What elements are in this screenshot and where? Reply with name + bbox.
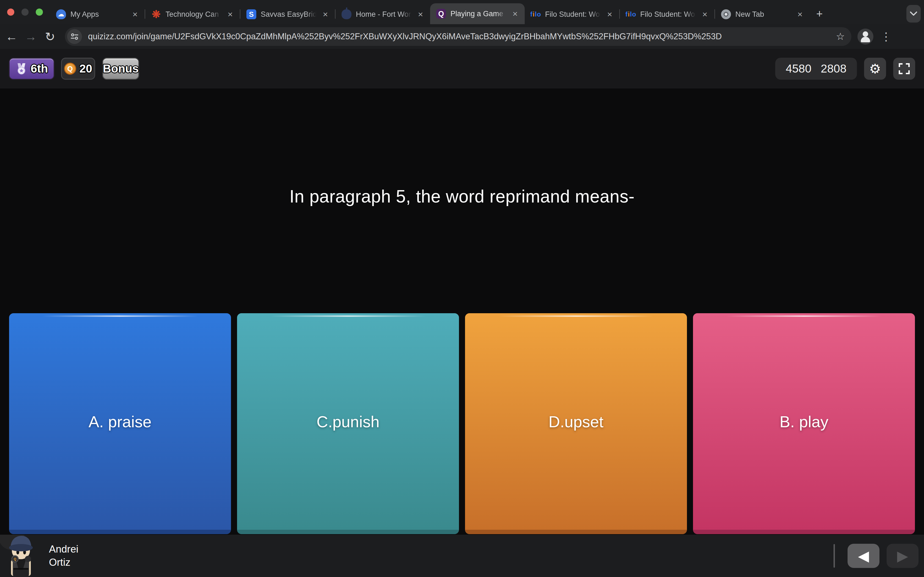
avatar-character-icon: Q — [0, 535, 41, 577]
close-icon[interactable]: × — [700, 10, 709, 19]
quizizz-icon: Q — [436, 9, 446, 19]
settings-button[interactable]: ⚙ — [864, 58, 886, 80]
tune-icon — [70, 32, 79, 41]
score-display: 4580 2808 — [775, 58, 857, 80]
browser-toolbar: ← → ↻ quizizz.com/join/game/U2FsdGVkX19c… — [0, 24, 924, 49]
tab-technology-can-be[interactable]: ❋ Technology Can Be × — [145, 5, 240, 24]
bookmark-star-icon[interactable]: ☆ — [836, 31, 845, 42]
apple-icon — [342, 9, 351, 19]
coins-badge: Q 20 — [61, 58, 95, 80]
close-icon[interactable]: × — [510, 9, 520, 18]
back-icon[interactable]: ← — [4, 29, 19, 44]
rank-label: 6th — [31, 62, 48, 75]
svg-text:Q: Q — [14, 557, 16, 561]
game-bottom-bar: Q Andrei Ortiz ◀ ▶ — [0, 535, 924, 577]
filo-icon: filo — [626, 9, 636, 19]
tab-filo-student-2[interactable]: filo Filo Student: World' × — [620, 5, 714, 24]
tab-new-tab[interactable]: New Tab × — [715, 5, 809, 24]
coins-count: 20 — [79, 62, 92, 75]
answer-label: B. play — [780, 413, 828, 431]
divider — [834, 544, 835, 568]
game-header-right: 4580 2808 ⚙ — [775, 58, 915, 80]
coin-icon: Q — [64, 63, 76, 75]
player-first-name: Andrei — [49, 543, 78, 556]
next-question-button[interactable]: ▶ — [887, 544, 919, 568]
tab-title: My Apps — [70, 10, 126, 19]
quizizz-game-area: 6th Q 20 Bonus 4580 2808 ⚙ In paragraph … — [0, 49, 924, 577]
question-text: In paragraph 5, the word reprimand means… — [0, 186, 924, 206]
score-right: 2808 — [821, 62, 846, 75]
chrome-icon — [721, 9, 731, 19]
tab-filo-student-1[interactable]: filo Filo Student: World' × — [525, 5, 619, 24]
close-icon[interactable]: × — [130, 10, 140, 19]
player-avatar: Q — [0, 535, 41, 577]
profile-avatar-button[interactable] — [858, 29, 873, 45]
fullscreen-icon — [899, 63, 910, 74]
tab-title: New Tab — [735, 10, 791, 19]
close-icon[interactable]: × — [416, 10, 425, 19]
score-left: 4580 — [786, 62, 811, 75]
new-tab-button[interactable]: + — [811, 5, 828, 22]
url-text[interactable]: quizizz.com/join/game/U2FsdGVkX19c0CpaZd… — [88, 32, 836, 42]
minimize-window-button[interactable] — [21, 8, 29, 16]
bonus-badge: Bonus — [102, 58, 139, 80]
window-controls — [0, 0, 50, 24]
answer-card-a-praise[interactable]: A. praise — [9, 313, 231, 534]
previous-triangle-icon: ◀ — [858, 548, 869, 564]
filo-icon: filo — [531, 9, 541, 19]
address-bar[interactable]: quizizz.com/join/game/U2FsdGVkX19c0CpaZd… — [65, 27, 851, 46]
tab-title: Filo Student: World' — [640, 10, 696, 19]
tab-playing-a-game-active[interactable]: Q Playing a Game - Qu × — [430, 3, 525, 24]
tab-title: Technology Can Be — [166, 10, 221, 19]
rank-badge: 6th — [9, 58, 55, 80]
tab-search-button[interactable] — [906, 5, 921, 23]
tab-title: Home - Fort Worth I — [356, 10, 411, 19]
medal-icon — [15, 63, 27, 75]
previous-question-button[interactable]: ◀ — [848, 544, 879, 568]
close-window-button[interactable] — [7, 8, 14, 16]
tab-savvas-easybridge[interactable]: S Savvas EasyBridge × — [240, 5, 335, 24]
canvas-icon: ❋ — [151, 9, 161, 19]
tab-title: Filo Student: World' — [545, 10, 601, 19]
savvas-icon: S — [246, 9, 256, 19]
cloud-icon: ☁ — [56, 9, 66, 19]
close-icon[interactable]: × — [321, 10, 330, 19]
answer-options: A. praise C.punish D.upset B. play — [0, 313, 924, 534]
answer-label: D.upset — [549, 413, 604, 431]
close-icon[interactable]: × — [226, 10, 235, 19]
tab-strip: ☁ My Apps × ❋ Technology Can Be × S Savv… — [0, 0, 924, 24]
close-icon[interactable]: × — [605, 10, 614, 19]
answer-label: C.punish — [317, 413, 380, 431]
tabs: ☁ My Apps × ❋ Technology Can Be × S Savv… — [50, 0, 809, 24]
site-settings-icon[interactable] — [67, 29, 82, 44]
gear-icon: ⚙ — [869, 61, 881, 76]
fullscreen-button[interactable] — [893, 58, 915, 80]
close-icon[interactable]: × — [795, 10, 804, 19]
answer-label: A. praise — [89, 413, 152, 431]
tab-home-fort-worth[interactable]: Home - Fort Worth I × — [336, 5, 430, 24]
answer-card-c-punish[interactable]: C.punish — [237, 313, 459, 534]
tab-my-apps[interactable]: ☁ My Apps × — [50, 5, 145, 24]
tab-title: Playing a Game - Qu — [451, 10, 506, 18]
player-name: Andrei Ortiz — [49, 543, 78, 569]
answer-card-b-play[interactable]: B. play — [693, 313, 915, 534]
game-header: 6th Q 20 Bonus 4580 2808 ⚙ — [0, 49, 924, 89]
player-last-name: Ortiz — [49, 556, 78, 569]
next-triangle-icon: ▶ — [897, 548, 908, 564]
answer-card-d-upset[interactable]: D.upset — [465, 313, 687, 534]
forward-icon[interactable]: → — [23, 29, 39, 44]
zoom-window-button[interactable] — [36, 8, 43, 16]
menu-kebab-icon[interactable]: ⋮ — [880, 30, 892, 43]
reload-icon[interactable]: ↻ — [42, 29, 58, 44]
bonus-label: Bonus — [103, 62, 139, 75]
chevron-down-icon — [910, 11, 917, 16]
bottom-bar-controls: ◀ ▶ — [834, 544, 919, 568]
tab-title: Savvas EasyBridge — [261, 10, 316, 19]
